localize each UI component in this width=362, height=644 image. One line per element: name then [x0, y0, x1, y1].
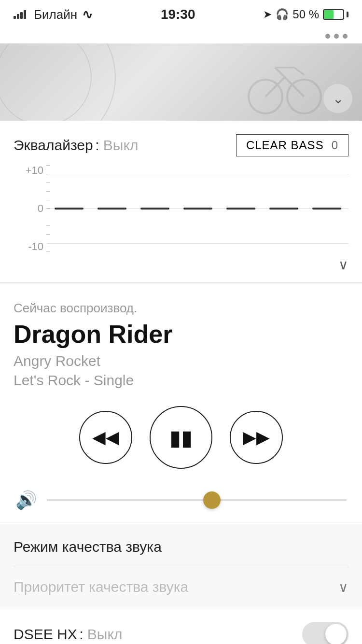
- dsee-section: DSEE HX : Выкл: [0, 607, 362, 644]
- dsee-separator: :: [79, 626, 87, 642]
- svg-line-6: [294, 68, 304, 75]
- eq-bars: [47, 165, 348, 252]
- chevron-down-icon: ⌄: [333, 91, 344, 107]
- clear-bass-value: 0: [332, 139, 338, 152]
- headphone-icon: 🎧: [276, 8, 289, 21]
- next-icon: ▶▶: [243, 427, 270, 448]
- quality-section: Режим качества звука Приоритет качества …: [0, 524, 362, 607]
- eq-band-4[interactable]: [183, 208, 212, 210]
- volume-row: 🔊: [14, 490, 348, 510]
- dsee-status: Выкл: [87, 626, 123, 642]
- eq-band-1[interactable]: [55, 208, 84, 210]
- eq-status: Выкл: [103, 137, 139, 153]
- eq-chart: +10 0 -10: [14, 165, 348, 252]
- status-bar: Билайн ∿ 19:30 ➤ 🎧 50 %: [0, 0, 362, 29]
- top-menu-bar: [0, 29, 362, 43]
- location-icon: ➤: [263, 8, 272, 21]
- carrier-name: Билайн: [34, 7, 77, 22]
- eq-band-3[interactable]: [140, 208, 169, 210]
- quality-chevron-icon: ∨: [338, 579, 348, 595]
- track-album: Let's Rock - Single: [14, 372, 348, 389]
- eq-y-bottom: -10: [28, 241, 43, 252]
- volume-icon: 🔊: [15, 490, 37, 510]
- now-playing-section: Сейчас воспроизвод. Dragon Rider Angry R…: [0, 283, 362, 524]
- eq-y-axis: +10 0 -10: [14, 165, 47, 252]
- track-artist: Angry Rocket: [14, 353, 348, 369]
- volume-fill: [47, 499, 212, 501]
- signal-icon: [14, 10, 26, 19]
- battery-icon: [323, 9, 348, 20]
- status-left: Билайн ∿: [14, 7, 93, 22]
- eq-label-row: Эквалайзер : Выкл: [14, 137, 138, 154]
- dot-3: [343, 34, 348, 39]
- quality-title: Режим качества звука: [14, 539, 348, 567]
- dsee-label: DSEE HX: [14, 626, 77, 642]
- track-title: Dragon Rider: [14, 321, 348, 348]
- eq-y-top: +10: [26, 165, 43, 176]
- eq-band-7[interactable]: [312, 208, 341, 210]
- volume-slider[interactable]: [47, 499, 347, 501]
- status-right: ➤ 🎧 50 %: [263, 8, 348, 21]
- eq-band-2[interactable]: [97, 208, 126, 210]
- collapse-art-button[interactable]: ⌄: [323, 84, 352, 113]
- more-options-button[interactable]: [325, 34, 348, 39]
- svg-line-4: [275, 68, 285, 77]
- quality-dropdown[interactable]: Приоритет качества звука ∨: [14, 567, 348, 607]
- eq-separator: :: [95, 137, 103, 153]
- prev-button[interactable]: ◀◀: [79, 411, 132, 464]
- art-decoration-2: [0, 43, 92, 121]
- status-time: 19:30: [161, 7, 195, 22]
- eq-collapse-button[interactable]: ∨: [338, 257, 348, 273]
- dot-1: [325, 34, 330, 39]
- eq-header: Эквалайзер : Выкл CLEAR BASS 0: [14, 134, 348, 156]
- clear-bass-label: CLEAR BASS: [246, 139, 324, 152]
- playback-controls: ◀◀ ▮▮ ▶▶: [14, 406, 348, 469]
- dsee-label-row: DSEE HX : Выкл: [14, 626, 122, 643]
- eq-label: Эквалайзер: [14, 137, 93, 153]
- album-art-graphic: [237, 48, 333, 116]
- volume-thumb[interactable]: [203, 491, 221, 509]
- eq-band-5[interactable]: [226, 208, 255, 210]
- prev-icon: ◀◀: [92, 427, 119, 448]
- quality-dropdown-label: Приоритет качества звука: [14, 579, 188, 595]
- wifi-icon: ∿: [82, 7, 93, 22]
- dot-2: [334, 34, 339, 39]
- now-playing-label: Сейчас воспроизвод.: [14, 301, 348, 316]
- album-art: ⌄: [0, 43, 362, 121]
- next-button[interactable]: ▶▶: [230, 411, 283, 464]
- toggle-thumb: [325, 624, 347, 644]
- eq-y-middle: 0: [38, 203, 43, 214]
- battery-percent: 50 %: [292, 8, 319, 21]
- clear-bass-button[interactable]: CLEAR BASS 0: [236, 134, 348, 156]
- dsee-toggle[interactable]: [302, 622, 348, 644]
- eq-collapse-row: ∨: [14, 257, 348, 273]
- eq-band-6[interactable]: [269, 208, 298, 210]
- equalizer-section: Эквалайзер : Выкл CLEAR BASS 0 +10 0 -10: [0, 121, 362, 283]
- pause-button[interactable]: ▮▮: [150, 406, 212, 469]
- pause-icon: ▮▮: [169, 425, 193, 450]
